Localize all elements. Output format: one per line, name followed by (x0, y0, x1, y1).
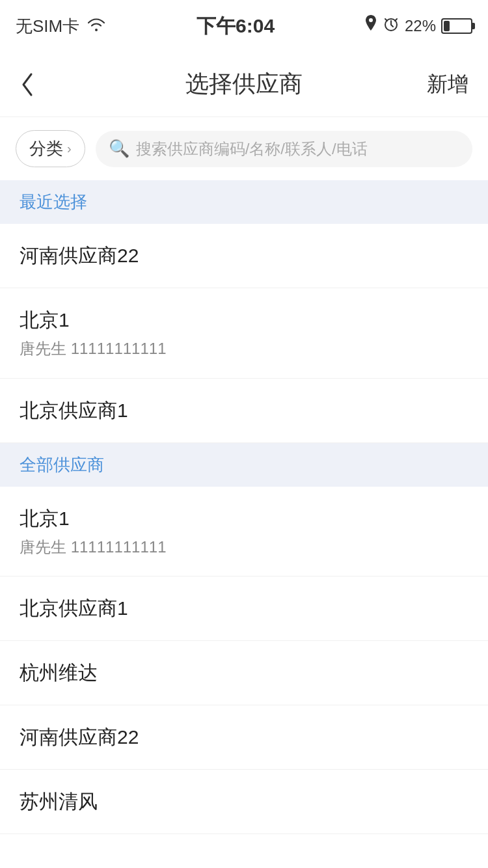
all-list: 北京1唐先生 11111111111北京供应商1杭州维达河南供应商22苏州清风 (0, 487, 488, 835)
supplier-name: 苏州清风 (20, 788, 468, 815)
list-item[interactable]: 北京1唐先生 11111111111 (0, 487, 488, 577)
search-box[interactable]: 🔍 搜索供应商编码/名称/联系人/电话 (96, 131, 472, 167)
supplier-name: 北京1 (20, 505, 468, 532)
carrier-label: 无SIM卡 (16, 15, 79, 38)
location-icon (364, 15, 377, 37)
status-bar: 无SIM卡 下午6:04 22% (0, 0, 488, 52)
category-button[interactable]: 分类 › (16, 130, 85, 167)
recent-section-header: 最近选择 (0, 180, 488, 224)
all-section-header: 全部供应商 (0, 443, 488, 487)
search-placeholder: 搜索供应商编码/名称/联系人/电话 (136, 139, 368, 159)
status-right: 22% (364, 15, 472, 37)
recent-list: 河南供应商22北京1唐先生 11111111111北京供应商1 (0, 224, 488, 443)
list-item[interactable]: 杭州维达 (0, 641, 488, 705)
supplier-sub: 唐先生 11111111111 (20, 338, 468, 360)
battery-icon (441, 18, 472, 34)
back-button[interactable] (20, 72, 72, 98)
supplier-name: 河南供应商22 (20, 242, 468, 269)
supplier-name: 北京1 (20, 306, 468, 334)
battery-percentage: 22% (405, 17, 436, 35)
search-icon: 🔍 (109, 139, 129, 159)
filter-bar: 分类 › 🔍 搜索供应商编码/名称/联系人/电话 (0, 117, 488, 180)
status-left: 无SIM卡 (16, 15, 107, 38)
chevron-right-icon: › (67, 141, 72, 156)
list-item[interactable]: 河南供应商22 (0, 705, 488, 770)
supplier-name: 杭州维达 (20, 659, 468, 686)
supplier-name: 河南供应商22 (20, 724, 468, 751)
list-item[interactable]: 苏州清风 (0, 770, 488, 834)
category-label: 分类 (29, 137, 63, 160)
list-item[interactable]: 北京供应商1 (0, 576, 488, 641)
status-time: 下午6:04 (197, 13, 275, 40)
list-item[interactable]: 北京1唐先生 11111111111 (0, 288, 488, 379)
wifi-icon (86, 16, 107, 36)
list-item[interactable]: 河南供应商22 (0, 224, 488, 288)
list-item[interactable]: 北京供应商1 (0, 379, 488, 443)
page-title: 选择供应商 (72, 68, 416, 100)
nav-bar: 选择供应商 新增 (0, 52, 488, 117)
supplier-name: 北京供应商1 (20, 595, 468, 622)
alarm-icon (383, 16, 400, 36)
supplier-sub: 唐先生 11111111111 (20, 536, 468, 558)
add-button[interactable]: 新增 (416, 70, 468, 99)
supplier-name: 北京供应商1 (20, 397, 468, 424)
